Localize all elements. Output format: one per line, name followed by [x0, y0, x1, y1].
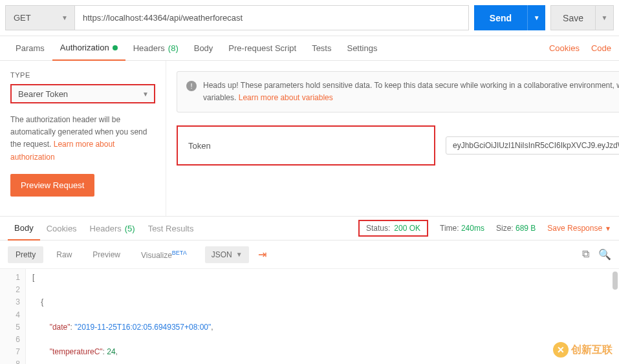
chevron-down-icon: ▼	[61, 14, 68, 21]
tabs-right: Cookies Code	[549, 43, 611, 53]
cookies-link[interactable]: Cookies	[549, 43, 580, 53]
copy-icon[interactable]: ⧉	[582, 248, 589, 261]
learn-variables-link[interactable]: Learn more about variables	[239, 93, 333, 102]
info-icon: !	[186, 81, 197, 91]
tab-settings[interactable]: Settings	[339, 36, 385, 61]
chevron-down-icon: ▼	[534, 14, 540, 21]
view-raw[interactable]: Raw	[49, 246, 80, 263]
tab-authorization[interactable]: Authorization	[52, 36, 125, 61]
view-bar: Pretty Raw Preview VisualizeBETA JSON▼ ⇥…	[0, 241, 619, 269]
resp-tab-body[interactable]: Body	[8, 216, 40, 241]
auth-type-select[interactable]: Bearer Token ▼	[10, 84, 155, 103]
resp-tab-cookies[interactable]: Cookies	[40, 216, 83, 241]
send-button[interactable]: Send	[474, 5, 527, 30]
type-label: TYPE	[10, 71, 155, 79]
resp-tab-testresults[interactable]: Test Results	[142, 216, 201, 241]
info-banner: ! Heads up! These parameters hold sensit…	[177, 71, 619, 112]
wrap-icon[interactable]: ⇥	[258, 248, 266, 261]
chevron-down-icon: ▼	[142, 91, 149, 98]
response-body: 12345678 [ { "date": "2019-11-25T16:02:0…	[0, 269, 619, 364]
watermark-icon: ✕	[553, 342, 569, 358]
method-value: GET	[14, 13, 31, 23]
request-tabs: Params Authorization Headers(8) Body Pre…	[0, 36, 619, 61]
size-meta: Size: 689 B	[496, 224, 536, 233]
method-select[interactable]: GET ▼	[5, 5, 75, 30]
auth-help-text: The authorization header will be automat…	[10, 114, 155, 164]
url-input[interactable]	[75, 5, 469, 30]
chevron-down-icon: ▼	[236, 251, 243, 258]
send-group: Send ▼	[474, 5, 545, 30]
token-highlight: Token	[177, 125, 435, 166]
view-right: ⧉ 🔍	[582, 248, 611, 261]
watermark: ✕ 创新互联	[553, 342, 613, 358]
tab-params[interactable]: Params	[8, 36, 52, 61]
time-meta: Time: 240ms	[440, 224, 484, 233]
auth-type-value: Bearer Token	[18, 89, 68, 99]
auth-sidebar: TYPE Bearer Token ▼ The authorization he…	[0, 61, 166, 216]
token-input[interactable]	[446, 136, 619, 155]
code-link[interactable]: Code	[591, 43, 611, 53]
response-tabs: Body Cookies Headers(5) Test Results Sta…	[0, 216, 619, 241]
send-dropdown[interactable]: ▼	[527, 5, 545, 30]
tab-headers[interactable]: Headers(8)	[125, 36, 186, 61]
status-badge: Status: 200 OK	[358, 220, 428, 237]
tab-prerequest[interactable]: Pre-request Script	[221, 36, 304, 61]
save-button[interactable]: Save	[550, 5, 596, 30]
save-group: Save ▼	[550, 5, 614, 30]
lang-select[interactable]: JSON▼	[205, 246, 249, 263]
chevron-down-icon: ▼	[605, 225, 611, 232]
tab-tests[interactable]: Tests	[304, 36, 339, 61]
search-icon[interactable]: 🔍	[598, 248, 611, 261]
chevron-down-icon: ▼	[602, 14, 608, 21]
preview-request-button[interactable]: Preview Request	[10, 174, 94, 197]
view-visualize[interactable]: VisualizeBETA	[133, 246, 195, 264]
code-content[interactable]: [ { "date": "2019-11-25T16:02:05.6949357…	[26, 269, 619, 364]
info-text: Heads up! These parameters hold sensitiv…	[203, 80, 619, 104]
request-bar: GET ▼ Send ▼ Save ▼	[0, 0, 619, 36]
view-pretty[interactable]: Pretty	[8, 246, 43, 263]
authorization-panel: TYPE Bearer Token ▼ The authorization he…	[0, 61, 619, 216]
auth-content: ! Heads up! These parameters hold sensit…	[166, 61, 619, 216]
token-field-row: Token	[177, 125, 619, 166]
scrollbar-thumb[interactable]	[613, 272, 618, 290]
resp-tab-headers[interactable]: Headers(5)	[83, 216, 142, 241]
line-gutter: 12345678	[0, 269, 26, 364]
token-label: Token	[188, 141, 211, 151]
response-meta: Status: 200 OK Time: 240ms Size: 689 B S…	[358, 220, 611, 237]
tab-body[interactable]: Body	[186, 36, 221, 61]
view-preview[interactable]: Preview	[85, 246, 128, 263]
status-dot-icon	[113, 45, 118, 50]
save-response-button[interactable]: Save Response▼	[547, 224, 611, 233]
save-dropdown[interactable]: ▼	[596, 5, 614, 30]
